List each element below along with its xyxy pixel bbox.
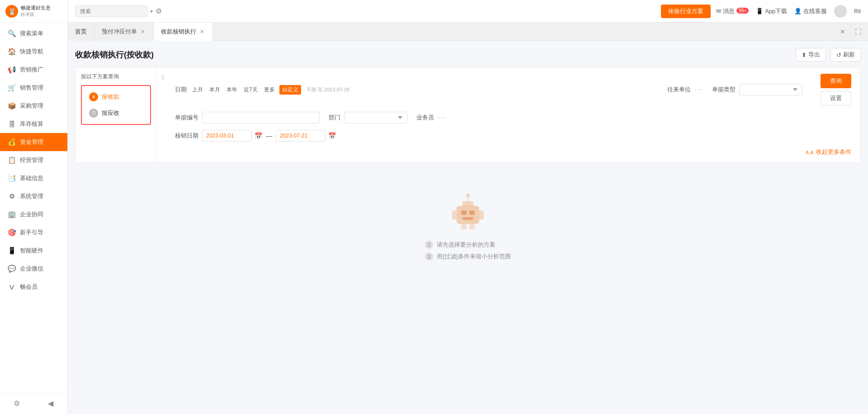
filter-sidebar: 按以下方案查询 ¥ 按收款 ⏱ 按应收 — [75, 67, 157, 162]
date-7days[interactable]: 近7天 — [242, 85, 259, 95]
sidebar-item-operation[interactable]: 📋 经营管理 — [0, 151, 67, 169]
svg-rect-7 — [452, 210, 457, 219]
doc-no-label: 单据编号 — [175, 114, 198, 122]
employee-field: 业务员 ··· — [416, 114, 446, 122]
app-download-button[interactable]: 📱 App下载 — [756, 7, 787, 15]
date-range-dash: — — [266, 132, 272, 139]
nav-icon-sales: 🛒 — [7, 83, 16, 92]
fullscreen-icon[interactable]: ⛶ — [852, 25, 864, 38]
nav-icon-inventory: 🗄 — [7, 119, 16, 128]
settings-icon[interactable]: ⚙ — [9, 396, 24, 410]
filter-form: 日期 上月 本月 本年 近7天 更多 自定义 不限 至 2023-07-26 往… — [166, 67, 860, 162]
nav-icon-marketing: 📢 — [7, 65, 16, 74]
sidebar-item-basic[interactable]: 📑 基础信息 — [0, 169, 67, 187]
writeoff-date-end-input[interactable] — [276, 130, 326, 142]
nav-label-wechat: 企业微信 — [20, 265, 43, 273]
sidebar-item-hardware[interactable]: 📱 智能硬件 — [0, 242, 67, 260]
sidebar-item-wechat[interactable]: 💬 企业微信 — [0, 260, 67, 278]
page-header-actions: ⬆ 导出 ↺ 刷新 — [796, 48, 861, 62]
svg-rect-4 — [462, 201, 473, 207]
filter-option-by-receivable[interactable]: ⏱ 按应收 — [85, 105, 147, 121]
page-content: 收款核销执行(按收款) ⬆ 导出 ↺ 刷新 按以下方案查询 ¥ — [68, 41, 868, 414]
receivable-icon: ⏱ — [89, 109, 98, 118]
tab-prepay[interactable]: 预付冲应付单 ✕ — [94, 23, 154, 41]
settings-button[interactable]: 设置 — [821, 91, 851, 105]
nav-label-capital: 资金管理 — [20, 138, 43, 146]
svg-rect-2 — [469, 210, 475, 215]
sidebar-item-inventory[interactable]: 🗄 库存核算 — [0, 115, 67, 133]
tip-number-1: 1 — [425, 241, 433, 249]
counterpart-more-icon[interactable]: ··· — [694, 86, 703, 94]
filter-row-1: 日期 上月 本月 本年 近7天 更多 自定义 不限 至 2023-07-26 往… — [175, 74, 851, 105]
date-this-month[interactable]: 本月 — [208, 85, 222, 95]
message-icon: ✉ — [716, 8, 721, 14]
tab-writeoff[interactable]: 收款核销执行 ✕ — [154, 23, 213, 41]
sidebar-item-sales[interactable]: 🛒 销售管理 — [0, 79, 67, 97]
chevron-up-icon: ∧∧ — [805, 149, 814, 156]
sidebar-item-member[interactable]: V 畅会员 — [0, 278, 67, 296]
nav-icon-basic: 📑 — [7, 174, 16, 183]
svg-rect-3 — [462, 217, 473, 220]
nav-icon-quick: 🏠 — [7, 47, 16, 56]
sidebar-item-enterprise[interactable]: 🏢 企业协同 — [0, 205, 67, 224]
export-button[interactable]: ⬆ 导出 — [796, 48, 826, 62]
chevron-left-icon: 《 — [158, 74, 165, 82]
dropdown-arrow-icon[interactable]: ▾ — [150, 8, 153, 14]
writeoff-date-end-group: 📅 — [276, 130, 336, 142]
tab-home[interactable]: 首页 — [68, 23, 94, 41]
query-button[interactable]: 查询 — [821, 74, 851, 88]
sidebar-item-search[interactable]: 🔍 搜索菜单 — [0, 24, 67, 43]
tab-writeoff-close-icon[interactable]: ✕ — [199, 28, 205, 35]
topbar: ▾ ⚙ 休验行业方案 ✉ 消息 99+ 📱 App下载 👤 在线客服 Rit — [68, 0, 868, 23]
department-select[interactable] — [344, 112, 407, 124]
refresh-button[interactable]: ↺ 刷新 — [830, 48, 861, 62]
nav-icon-wechat: 💬 — [7, 264, 16, 273]
sidebar-nav: 🔍 搜索菜单 🏠 快捷导航 📢 营销推广 🛒 销售管理 📦 采购管理 🗄 库存核… — [0, 23, 67, 392]
nav-label-marketing: 营销推广 — [20, 66, 43, 74]
doc-type-select[interactable] — [739, 84, 802, 95]
filter-sidebar-title: 按以下方案查询 — [81, 73, 151, 81]
topbar-right: ✉ 消息 99+ 📱 App下载 👤 在线客服 Rit — [716, 5, 861, 18]
filter-option-by-receipt[interactable]: ¥ 按收款 — [85, 89, 147, 105]
nav-label-enterprise: 企业协同 — [20, 210, 43, 219]
sidebar: 🐰 畅捷通好生意 标准版 🔍 搜索菜单 🏠 快捷导航 📢 营销推广 🛒 销售管理… — [0, 0, 68, 414]
sidebar-item-quick[interactable]: 🏠 快捷导航 — [0, 43, 67, 61]
sidebar-item-purchase[interactable]: 📦 采购管理 — [0, 97, 67, 115]
counterpart-label: 往来单位 — [667, 86, 691, 94]
online-service-button[interactable]: 👤 在线客服 — [794, 7, 827, 15]
settings-gear-icon[interactable]: ⚙ — [156, 7, 162, 15]
svg-rect-0 — [457, 206, 479, 224]
sidebar-item-guide[interactable]: 🎯 新手引导 — [0, 224, 67, 242]
tab-prepay-close-icon[interactable]: ✕ — [140, 28, 146, 35]
sidebar-item-system[interactable]: ⚙ 系统管理 — [0, 187, 67, 205]
doc-no-input[interactable] — [202, 112, 320, 124]
calendar-end-icon[interactable]: 📅 — [328, 132, 336, 139]
messages-button[interactable]: ✉ 消息 99+ — [716, 7, 749, 15]
date-custom[interactable]: 自定义 — [279, 85, 301, 95]
collapse-sidebar-icon[interactable]: ◀ — [43, 396, 58, 410]
nav-icon-hardware: 📱 — [7, 246, 16, 255]
filter-area: 按以下方案查询 ¥ 按收款 ⏱ 按应收 《 — [75, 67, 861, 163]
nav-label-sales: 销售管理 — [20, 84, 43, 92]
nav-icon-guide: 🎯 — [7, 228, 16, 237]
sidebar-item-marketing[interactable]: 📢 营销推广 — [0, 61, 67, 79]
industry-solution-button[interactable]: 休验行业方案 — [661, 5, 711, 18]
employee-more-icon[interactable]: ··· — [438, 114, 446, 122]
writeoff-date-start-input[interactable] — [202, 130, 252, 142]
date-this-year[interactable]: 本年 — [225, 85, 239, 95]
service-icon: 👤 — [794, 8, 802, 14]
search-input[interactable] — [75, 5, 147, 17]
filter-collapse-sidebar-btn[interactable]: 《 — [157, 67, 166, 88]
calendar-start-icon[interactable]: 📅 — [255, 132, 262, 139]
nav-icon-capital: 💰 — [7, 138, 16, 147]
nav-label-search: 搜索菜单 — [20, 29, 43, 38]
tabbar-actions: ✕ ⛶ — [836, 25, 868, 38]
messages-badge: 99+ — [736, 8, 749, 14]
collapse-more-button[interactable]: ∧∧ 收起更多条件 — [805, 148, 851, 156]
date-last-month[interactable]: 上月 — [190, 85, 205, 95]
avatar — [834, 5, 847, 18]
close-tab-icon[interactable]: ✕ — [836, 25, 849, 38]
svg-point-6 — [466, 194, 470, 197]
sidebar-item-capital[interactable]: 💰 资金管理 — [0, 133, 67, 151]
date-more[interactable]: 更多 — [262, 85, 277, 95]
